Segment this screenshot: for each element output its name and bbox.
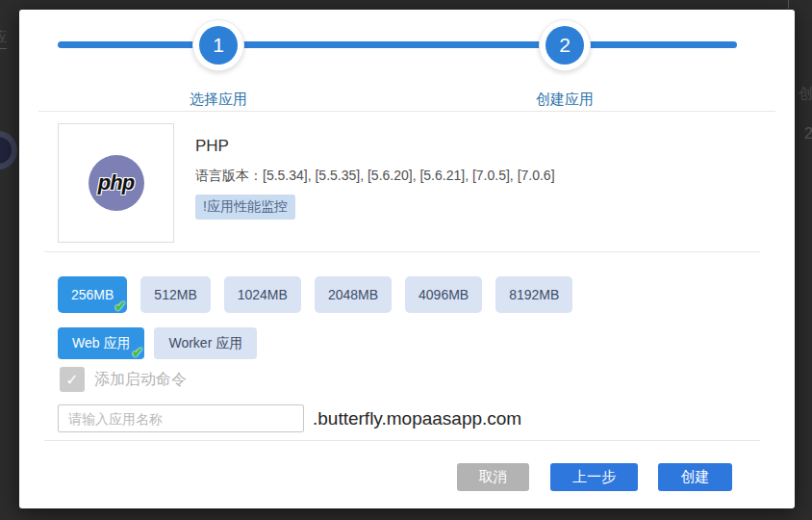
- memory-option-label: 2048MB: [328, 287, 378, 302]
- app-logo-card: php: [58, 123, 174, 243]
- background-logo-circle: [0, 131, 17, 169]
- app-type-option-web[interactable]: Web 应用 ✔: [58, 327, 144, 359]
- app-type-options-row: Web 应用 ✔ Worker 应用: [58, 327, 257, 359]
- app-name-row: .butterfly.mopaasapp.com: [58, 404, 521, 432]
- step-1-circle: 1: [192, 19, 244, 71]
- memory-option-label: 1024MB: [238, 287, 288, 302]
- section-divider: [44, 251, 760, 252]
- section-divider: [38, 111, 775, 112]
- background-text-fragment: 应: [0, 29, 7, 49]
- app-performance-tag: !应用性能监控: [195, 195, 295, 220]
- memory-option-label: 512MB: [154, 287, 196, 302]
- background-text-fragment: 创: [799, 85, 812, 103]
- step-2-circle: 2: [539, 19, 591, 71]
- app-type-option-worker[interactable]: Worker 应用: [154, 327, 257, 359]
- cancel-button[interactable]: 取消: [457, 463, 529, 491]
- create-button[interactable]: 创建: [658, 463, 732, 491]
- create-app-modal: 1 2 选择应用 创建应用 php PHP 语言版本：[5.5.34], [5.…: [19, 10, 795, 508]
- startup-command-checkbox[interactable]: ✓: [60, 367, 85, 392]
- memory-option-8192mb[interactable]: 8192MB: [495, 276, 572, 313]
- app-name-title: PHP: [195, 137, 229, 156]
- step-2-label: 创建应用: [507, 91, 622, 109]
- step-1-number: 1: [199, 26, 238, 65]
- step-1-label: 选择应用: [161, 91, 276, 109]
- section-divider: [44, 440, 760, 441]
- memory-option-label: 4096MB: [419, 287, 469, 302]
- memory-option-2048mb[interactable]: 2048MB: [315, 276, 392, 313]
- app-name-input[interactable]: [58, 404, 304, 432]
- memory-options-row: 256MB ✔ 512MB 1024MB 2048MB 4096MB 8192M…: [58, 276, 572, 313]
- memory-option-4096mb[interactable]: 4096MB: [405, 276, 482, 313]
- memory-option-256mb[interactable]: 256MB ✔: [58, 276, 127, 313]
- background-text-fragment: 2: [804, 125, 812, 143]
- domain-suffix-text: .butterfly.mopaasapp.com: [313, 408, 521, 429]
- memory-option-label: 256MB: [71, 287, 114, 302]
- app-type-option-label: Web 应用: [72, 335, 130, 352]
- selected-check-icon: ✔: [132, 344, 144, 361]
- memory-option-512mb[interactable]: 512MB: [140, 276, 210, 313]
- memory-option-label: 8192MB: [509, 287, 559, 302]
- php-logo-icon: php: [89, 155, 144, 211]
- checkbox-check-icon: ✓: [65, 371, 78, 389]
- background-divider: [788, 0, 789, 9]
- app-type-option-label: Worker 应用: [168, 335, 242, 352]
- memory-option-1024mb[interactable]: 1024MB: [224, 276, 301, 313]
- app-versions-text: 语言版本：[5.5.34], [5.5.35], [5.6.20], [5.6.…: [195, 168, 555, 185]
- startup-command-label: 添加启动命令: [94, 370, 187, 390]
- previous-step-button[interactable]: 上一步: [550, 463, 638, 491]
- step-2-number: 2: [546, 26, 584, 65]
- startup-command-row: ✓ 添加启动命令: [60, 367, 187, 392]
- selected-check-icon: ✔: [114, 298, 127, 315]
- stepper-progress-bar: [58, 41, 737, 48]
- php-logo-text: php: [98, 170, 134, 195]
